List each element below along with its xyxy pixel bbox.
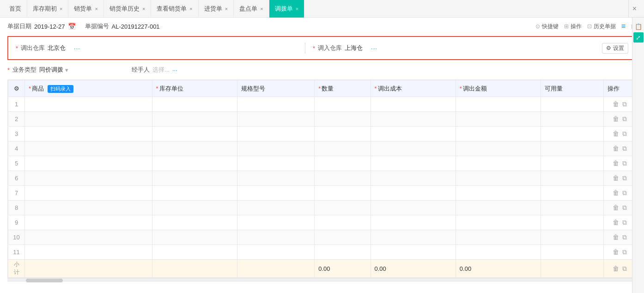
cell-amount[interactable] bbox=[456, 230, 541, 245]
warehouse-out-value[interactable]: 北京仓 bbox=[48, 44, 66, 52]
cell-cost[interactable] bbox=[371, 112, 456, 127]
delete-icon[interactable]: 🗑 bbox=[613, 115, 619, 122]
cell-spec[interactable] bbox=[237, 171, 314, 186]
cell-qty[interactable] bbox=[315, 215, 371, 230]
copy-icon[interactable]: ⧉ bbox=[622, 159, 627, 167]
cell-qty[interactable] bbox=[315, 186, 371, 201]
cell-product[interactable] bbox=[25, 245, 152, 260]
cell-amount[interactable] bbox=[456, 141, 541, 156]
cell-available[interactable] bbox=[541, 97, 604, 112]
cell-available[interactable] bbox=[541, 245, 604, 260]
cell-spec[interactable] bbox=[237, 112, 314, 127]
date-value[interactable]: 2019-12-27 bbox=[34, 23, 65, 30]
cell-cost[interactable] bbox=[371, 215, 456, 230]
copy-icon[interactable]: ⧉ bbox=[622, 204, 627, 211]
tab-sales-order[interactable]: 销货单 × bbox=[68, 0, 103, 18]
cell-unit[interactable] bbox=[152, 201, 237, 215]
cell-spec[interactable] bbox=[237, 215, 314, 230]
delete-icon[interactable]: 🗑 bbox=[613, 145, 619, 152]
cell-unit[interactable] bbox=[152, 186, 237, 201]
warehouse-in-value[interactable]: 上海仓 bbox=[345, 44, 363, 52]
cell-spec[interactable] bbox=[237, 201, 314, 215]
tab-close-stocktake[interactable]: × bbox=[260, 6, 263, 12]
business-type-select[interactable]: 同价调拨 ▾ bbox=[39, 66, 122, 74]
cell-spec[interactable] bbox=[237, 230, 314, 245]
cell-amount[interactable] bbox=[456, 97, 541, 112]
delete-icon[interactable]: 🗑 bbox=[613, 174, 619, 182]
copy-icon[interactable]: ⧉ bbox=[622, 130, 627, 137]
cell-spec[interactable] bbox=[237, 97, 314, 112]
copy-icon[interactable]: ⧉ bbox=[622, 265, 627, 272]
tab-close-inventory-init[interactable]: × bbox=[60, 6, 62, 12]
person-more[interactable]: ··· bbox=[172, 67, 177, 73]
cell-qty[interactable] bbox=[315, 171, 371, 186]
settings-button[interactable]: ⚙ 设置 bbox=[602, 43, 628, 54]
history-action[interactable]: ⊡ 历史单据 bbox=[587, 23, 616, 31]
cell-product[interactable] bbox=[25, 156, 152, 171]
sidebar-expand-icon[interactable]: ⤢ bbox=[633, 32, 644, 43]
cell-product[interactable] bbox=[25, 141, 152, 156]
cell-available[interactable] bbox=[541, 112, 604, 127]
cell-amount[interactable] bbox=[456, 112, 541, 127]
cell-unit[interactable] bbox=[152, 97, 237, 112]
cell-product[interactable] bbox=[25, 127, 152, 141]
tab-view-sales[interactable]: 查看销货单 × bbox=[151, 0, 198, 18]
cell-qty[interactable] bbox=[315, 112, 371, 127]
sidebar-notes-icon[interactable]: 📋 bbox=[633, 21, 644, 31]
tab-purchase[interactable]: 进货单 × bbox=[199, 0, 234, 18]
delete-icon[interactable]: 🗑 bbox=[613, 159, 619, 167]
cell-qty[interactable] bbox=[315, 127, 371, 141]
tab-stocktake[interactable]: 盘点单 × bbox=[234, 0, 269, 18]
tab-close-transfer[interactable]: × bbox=[296, 6, 298, 12]
cell-qty[interactable] bbox=[315, 245, 371, 260]
copy-icon[interactable]: ⧉ bbox=[622, 219, 627, 226]
cell-cost[interactable] bbox=[371, 186, 456, 201]
delete-icon[interactable]: 🗑 bbox=[613, 130, 619, 137]
cell-product[interactable] bbox=[25, 201, 152, 215]
cell-available[interactable] bbox=[541, 186, 604, 201]
delete-icon[interactable]: 🗑 bbox=[613, 265, 619, 272]
copy-icon[interactable]: ⧉ bbox=[622, 189, 627, 196]
cell-unit[interactable] bbox=[152, 230, 237, 245]
cell-unit[interactable] bbox=[152, 215, 237, 230]
copy-icon[interactable]: ⧉ bbox=[622, 233, 627, 241]
cell-cost[interactable] bbox=[371, 156, 456, 171]
cell-cost[interactable] bbox=[371, 97, 456, 112]
cell-unit[interactable] bbox=[152, 112, 237, 127]
cell-unit[interactable] bbox=[152, 171, 237, 186]
warehouse-out-more[interactable]: ··· bbox=[74, 45, 80, 52]
cell-spec[interactable] bbox=[237, 245, 314, 260]
tab-close-purchase[interactable]: × bbox=[225, 6, 228, 12]
copy-icon[interactable]: ⧉ bbox=[622, 174, 627, 182]
cell-product[interactable] bbox=[25, 215, 152, 230]
tab-close-view-sales[interactable]: × bbox=[189, 6, 192, 12]
tab-transfer[interactable]: 调拨单 × bbox=[269, 0, 304, 18]
cell-product[interactable] bbox=[25, 97, 152, 112]
cell-available[interactable] bbox=[541, 230, 604, 245]
cell-product[interactable] bbox=[25, 112, 152, 127]
cell-amount[interactable] bbox=[456, 215, 541, 230]
barcode-btn[interactable]: 扫码录入 bbox=[48, 85, 73, 93]
calendar-icon[interactable]: 📅 bbox=[68, 23, 76, 30]
operation-action[interactable]: ⊞ 操作 bbox=[564, 23, 582, 31]
cell-amount[interactable] bbox=[456, 245, 541, 260]
cell-available[interactable] bbox=[541, 141, 604, 156]
cell-available[interactable] bbox=[541, 171, 604, 186]
tab-close-sales-order[interactable]: × bbox=[95, 6, 97, 12]
copy-icon[interactable]: ⧉ bbox=[622, 145, 627, 152]
copy-icon[interactable]: ⧉ bbox=[622, 248, 627, 256]
cell-product[interactable] bbox=[25, 171, 152, 186]
cell-unit[interactable] bbox=[152, 245, 237, 260]
cell-qty[interactable] bbox=[315, 201, 371, 215]
cell-amount[interactable] bbox=[456, 186, 541, 201]
cell-cost[interactable] bbox=[371, 127, 456, 141]
cell-amount[interactable] bbox=[456, 156, 541, 171]
cell-cost[interactable] bbox=[371, 141, 456, 156]
delete-icon[interactable]: 🗑 bbox=[613, 204, 619, 211]
copy-icon[interactable]: ⧉ bbox=[622, 100, 627, 108]
tab-home[interactable]: 首页 bbox=[4, 0, 27, 18]
tab-inventory-init[interactable]: 库存期初 × bbox=[27, 0, 68, 18]
horizontal-scrollbar[interactable] bbox=[26, 279, 63, 282]
cell-spec[interactable] bbox=[237, 186, 314, 201]
cell-available[interactable] bbox=[541, 201, 604, 215]
